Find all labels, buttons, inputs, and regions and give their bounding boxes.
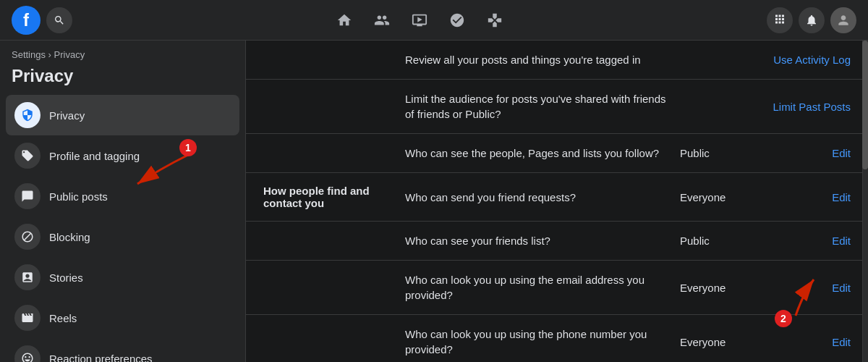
section-label-how-people: How people find and contact you xyxy=(263,185,393,209)
question-phone-lookup: Who can look you up using the phone numb… xyxy=(405,327,668,357)
action-limit-audience: Limit Past Posts xyxy=(764,101,851,113)
edit-friends-list-link[interactable]: Edit xyxy=(832,235,851,247)
settings-row-email-lookup: Who can look you up using the email addr… xyxy=(246,261,868,315)
sidebar-item-label-profile-tagging: Profile and tagging xyxy=(49,150,140,162)
limit-past-posts-link[interactable]: Limit Past Posts xyxy=(773,101,851,113)
value-friends-list: Public xyxy=(680,235,752,247)
sidebar-item-privacy[interactable]: Privacy xyxy=(6,95,239,135)
sidebar-item-blocking[interactable]: Blocking xyxy=(6,216,239,257)
settings-row-limit-audience: Limit the audience for posts you've shar… xyxy=(246,80,868,134)
value-friend-requests: Everyone xyxy=(680,191,752,203)
home-nav-button[interactable] xyxy=(327,3,362,38)
edit-see-people-link[interactable]: Edit xyxy=(832,147,851,159)
blocking-icon xyxy=(14,224,41,250)
action-friend-requests: Edit xyxy=(764,191,851,203)
question-limit-audience: Limit the audience for posts you've shar… xyxy=(405,91,668,122)
friends-nav-button[interactable] xyxy=(365,3,399,38)
sidebar-item-label-privacy: Privacy xyxy=(49,109,85,122)
search-button[interactable] xyxy=(46,7,72,33)
question-review-posts: Review all your posts and things you're … xyxy=(405,52,668,67)
apps-button[interactable] xyxy=(767,7,793,33)
scrollbar-thumb[interactable] xyxy=(862,41,868,169)
settings-row-review-posts: Review all your posts and things you're … xyxy=(246,41,868,80)
question-email-lookup: Who can look you up using the email addr… xyxy=(405,272,668,303)
reels-icon xyxy=(14,305,41,331)
sidebar-item-label-blocking: Blocking xyxy=(49,231,90,243)
value-phone-lookup: Everyone xyxy=(680,336,752,348)
sidebar-item-label-public-posts: Public posts xyxy=(49,190,108,203)
question-see-people: Who can see the people, Pages and lists … xyxy=(405,146,668,161)
breadcrumb: Settings › Privacy xyxy=(6,49,239,60)
nav-right xyxy=(767,7,856,33)
settings-row-phone-lookup: Who can look you up using the phone numb… xyxy=(246,315,868,362)
question-friend-requests: Who can send you friend requests? xyxy=(405,190,668,205)
sidebar-item-reaction-preferences[interactable]: Reaction preferences xyxy=(6,338,239,362)
gaming-nav-button[interactable] xyxy=(477,3,512,38)
action-phone-lookup: Edit xyxy=(764,336,851,348)
sidebar-item-label-reaction-preferences: Reaction preferences xyxy=(49,353,153,363)
action-review-posts: Use Activity Log xyxy=(764,54,851,66)
nav-left: f xyxy=(12,6,72,35)
edit-email-lookup-link[interactable]: Edit xyxy=(832,282,851,294)
settings-row-friends-list: Who can see your friends list? Public Ed… xyxy=(246,222,868,261)
edit-friend-requests-link[interactable]: Edit xyxy=(832,191,851,203)
settings-list: Review all your posts and things you're … xyxy=(246,41,868,362)
action-friends-list: Edit xyxy=(764,235,851,247)
sidebar-item-reels[interactable]: Reels xyxy=(6,298,239,338)
watch-nav-button[interactable] xyxy=(402,3,437,38)
public-posts-icon xyxy=(14,183,41,209)
profile-tagging-icon xyxy=(14,143,41,169)
scrollbar-track[interactable] xyxy=(862,41,868,362)
value-email-lookup: Everyone xyxy=(680,282,752,294)
page-title: Privacy xyxy=(6,63,239,95)
sidebar-item-profile-tagging[interactable]: Profile and tagging xyxy=(6,135,239,176)
stories-icon xyxy=(14,264,41,290)
user-avatar[interactable] xyxy=(830,7,856,33)
use-activity-log-link[interactable]: Use Activity Log xyxy=(773,54,851,66)
sidebar-item-public-posts[interactable]: Public posts xyxy=(6,176,239,216)
action-see-people: Edit xyxy=(764,147,851,159)
sidebar-item-label-reels: Reels xyxy=(49,312,77,324)
action-email-lookup: Edit xyxy=(764,282,851,294)
nav-center xyxy=(327,3,512,38)
privacy-icon xyxy=(14,102,41,128)
reaction-preferences-icon xyxy=(14,345,41,362)
content-area: Review all your posts and things you're … xyxy=(246,41,868,362)
main-area: Settings › Privacy Privacy Privacy Profi… xyxy=(0,41,868,362)
question-friends-list: Who can see your friends list? xyxy=(405,233,668,248)
facebook-logo[interactable]: f xyxy=(12,6,41,35)
top-navigation: f xyxy=(0,0,868,41)
settings-row-friend-requests: How people find and contact you Who can … xyxy=(246,173,868,222)
sidebar-item-label-stories: Stories xyxy=(49,272,83,284)
value-see-people: Public xyxy=(680,147,752,159)
notifications-button[interactable] xyxy=(799,7,825,33)
groups-nav-button[interactable] xyxy=(440,3,475,38)
edit-phone-lookup-link[interactable]: Edit xyxy=(832,336,851,348)
sidebar: Settings › Privacy Privacy Privacy Profi… xyxy=(0,41,246,362)
sidebar-item-stories[interactable]: Stories xyxy=(6,257,239,298)
settings-row-see-people: Who can see the people, Pages and lists … xyxy=(246,134,868,173)
